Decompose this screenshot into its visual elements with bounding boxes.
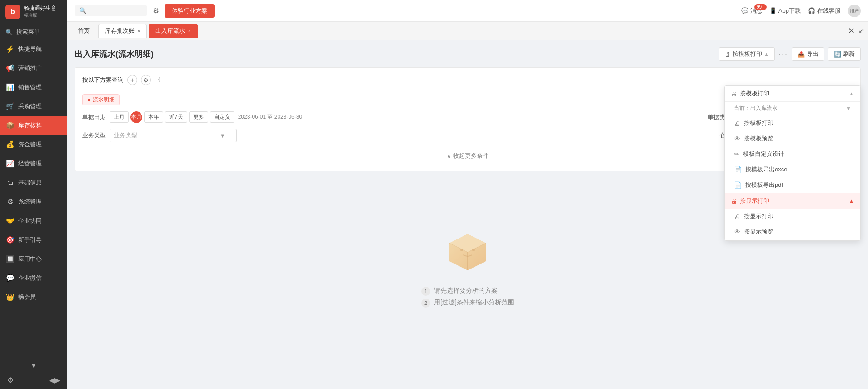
message-badge: 99+ [754,4,767,10]
tab-in-out-flow-close[interactable]: × [188,28,190,34]
dropdown-item-template-custom[interactable]: ✏ 模板自定义设计 [725,146,860,162]
sidebar-item-label: 采购管理 [18,102,42,110]
sidebar-footer: ⚙ ◀▶ [0,371,67,389]
inventory-icon: 📦 [5,121,15,130]
operation-icon: 📈 [5,159,15,168]
sidebar-settings-button[interactable]: ⚙ [7,376,14,384]
export-button[interactable]: 📤 导出 [792,47,824,61]
svg-point-6 [472,249,475,251]
user-avatar[interactable]: 用户 [848,5,861,17]
filter-add-button[interactable]: + [127,75,137,85]
dropdown-item-template-pdf[interactable]: 📄 按模板导出pdf [725,177,860,193]
sidebar-item-purchase[interactable]: 🛒 采购管理 [0,97,67,116]
tab-batch-account-label: 库存批次账 [105,27,135,35]
sidebar-item-corp-wechat[interactable]: 💬 企业微信 [0,269,67,288]
app-download-button[interactable]: 📱 App下载 [769,7,801,15]
dropdown-item-display-print[interactable]: 🖨 按显示打印 [725,209,860,224]
tab-batch-account-close[interactable]: × [137,28,140,34]
empty-illustration [440,225,495,279]
marketing-icon: 📢 [5,64,15,73]
display-section-arrow-icon[interactable]: ▲ [849,198,854,204]
sidebar-item-label: 销售管理 [18,83,42,91]
dropdown-item-template-excel[interactable]: 📄 按模板导出excel [725,162,860,177]
tab-home[interactable]: 首页 [71,24,96,38]
date-label: 单据日期 [82,113,106,121]
dropdown-title-row: 🖨 按模板打印 [731,90,769,98]
sidebar-item-marketing[interactable]: 📢 营销推广 [0,59,67,78]
svg-point-5 [460,249,463,251]
sidebar-item-basic-info[interactable]: 🗂 基础信息 [0,173,67,192]
sidebar-item-collab[interactable]: 🤝 企业协同 [0,211,67,230]
current-label: 当前：出入库流水 [734,105,778,112]
date-btn-more[interactable]: 更多 [189,111,208,123]
purchase-icon: 🛒 [5,102,15,111]
sidebar-item-finance[interactable]: 💰 资金管理 [0,135,67,154]
message-button[interactable]: 💬 消息 99+ [741,7,762,15]
tab-batch-account[interactable]: 库存批次账 × [98,24,147,38]
sidebar: b 畅捷通好生意 标准版 🔍 搜索菜单 ⚡ 快捷导航 📢 营销推广 📊 销售管理 [0,0,67,389]
topbar-search-input[interactable] [88,7,143,14]
more-options-icon[interactable]: ··· [778,50,788,59]
date-btn-current-year[interactable]: 本年 [144,111,163,123]
sidebar-item-quick-nav[interactable]: ⚡ 快捷导航 [0,40,67,59]
filter-collapse-button[interactable]: 《 [155,76,161,84]
tab-in-out-flow[interactable]: 出入库流水 × [149,24,197,38]
filter-date-item: 单据日期 上月 本月 本年 近7天 更多 自定义 2023-06-01 至 20… [82,111,302,123]
search-icon: 🔍 [5,29,13,35]
topbar-search-box[interactable]: 🔍 [75,5,147,16]
trial-button[interactable]: 体验行业方案 [165,4,215,18]
dropdown-main-header: 🖨 按模板打印 ▲ [725,86,860,102]
print-dropdown-panel: 🖨 按模板打印 ▲ 当前：出入库流水 ▼ 🖨 按模板 [724,85,861,241]
topbar-gear-icon[interactable]: ⚙ [153,6,159,15]
sidebar-scroll-down[interactable]: ▼ [0,360,67,371]
dropdown-section-display-header[interactable]: 🖨 按显示打印 ▲ [725,193,860,209]
dropdown-item-template-print[interactable]: 🖨 按模板打印 [725,115,860,131]
date-btn-custom[interactable]: 自定义 [210,111,234,123]
filter-tag-item[interactable]: ● 流水明细 [82,94,120,105]
sidebar-item-sales[interactable]: 📊 销售管理 [0,78,67,97]
sidebar-item-inventory[interactable]: 📦 库存核算 [0,116,67,135]
tabbar-expand-button[interactable]: ⤢ [858,26,864,35]
dropdown-item-template-preview[interactable]: 👁 按模板预览 [725,131,860,146]
pdf-icon: 📄 [734,181,742,189]
sidebar-collapse-button[interactable]: ◀▶ [49,376,60,384]
filter-setting-button[interactable]: ⚙ [141,75,151,85]
app-logo-icon: b [5,5,20,19]
date-btn-current-month[interactable]: 本月 [130,111,142,123]
date-btn-7days[interactable]: 近7天 [165,111,187,123]
refresh-button[interactable]: 🔄 刷新 [828,47,861,61]
sidebar-item-label: 基础信息 [18,179,42,187]
vip-icon: 👑 [5,293,15,302]
sidebar-item-guide[interactable]: 🎯 新手引导 [0,230,67,249]
dropdown-item-display-settings[interactable]: ⚙ 按显示打印设置 [725,239,860,240]
system-icon: ⚙ [5,197,15,206]
biz-type-placeholder: 业务类型 [114,131,137,140]
phone-icon: 📱 [769,7,777,14]
topbar-search-icon: 🔍 [79,7,86,14]
page-header-row: 出入库流水(流水明细) 🖨 按模板打印 ▲ ··· 📤 导出 🔄 刷新 [75,47,861,61]
biz-type-select[interactable]: 业务类型 ▼ [110,129,237,142]
content-area: 出入库流水(流水明细) 🖨 按模板打印 ▲ ··· 📤 导出 🔄 刷新 [67,40,868,389]
sidebar-item-operation[interactable]: 📈 经营管理 [0,154,67,173]
sidebar-nav: ⚡ 快捷导航 📢 营销推广 📊 销售管理 🛒 采购管理 📦 库存核算 💰 [0,40,67,360]
template-print-dropdown-button[interactable]: 🖨 按模板打印 ▲ [719,47,775,61]
sidebar-item-label: 应用中心 [18,255,42,263]
refresh-icon: 🔄 [834,51,841,58]
date-btn-last-month[interactable]: 上月 [110,111,129,123]
page-title: 出入库流水(流水明细) [75,49,154,60]
tabbar-close-button[interactable]: ✕ [848,26,855,36]
edit-icon: ✏ [734,150,739,158]
sidebar-item-label: 系统管理 [18,198,42,206]
scroll-down-button[interactable]: ▼ [30,362,37,369]
sidebar-item-label: 企业微信 [18,274,42,282]
sidebar-item-vip[interactable]: 👑 畅会员 [0,288,67,307]
sidebar-item-system[interactable]: ⚙ 系统管理 [0,192,67,211]
online-service-button[interactable]: 🎧 在线客服 [808,7,841,15]
dropdown-arrow-up-icon: ▲ [764,51,769,57]
sidebar-item-app-center[interactable]: 🔲 应用中心 [0,249,67,269]
dropdown-item-display-preview[interactable]: 👁 按显示预览 [725,224,860,239]
refresh-label: 刷新 [843,50,855,58]
headset-icon: 🎧 [808,7,815,14]
basic-info-icon: 🗂 [5,178,15,187]
sidebar-search[interactable]: 🔍 搜索菜单 [0,24,67,40]
